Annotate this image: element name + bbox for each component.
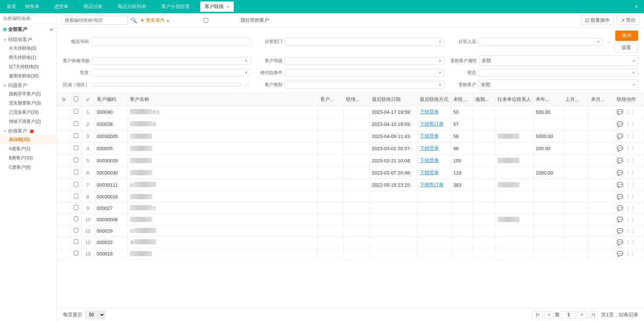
contact-icon[interactable]: 💬 (617, 109, 623, 115)
row-checkbox[interactable] (74, 182, 78, 187)
close-product-analysis-tab-icon[interactable]: × (106, 4, 108, 9)
reset-button[interactable]: 设置 (615, 42, 638, 53)
last-method-link[interactable]: 下销货单 (420, 109, 439, 114)
contact-icon[interactable]: 💬 (617, 205, 623, 211)
settings-icon[interactable]: ⚙ (61, 97, 66, 102)
sidebar-item-unclassified[interactable]: 未分组(32) (0, 135, 57, 144)
contact-icon[interactable]: 💬 (617, 182, 623, 188)
filter-nature-select[interactable]: ▼ (91, 69, 251, 77)
window-close-button[interactable]: × (632, 3, 641, 10)
region-more-button[interactable]: ··· (243, 82, 251, 88)
sidebar-item-tomorrow-pending[interactable]: 明天待联络(1) (0, 53, 57, 62)
filter-customer-type-select[interactable]: ▼ (285, 81, 444, 89)
sidebar-item-class-c[interactable]: C类客户(6) (0, 163, 57, 172)
row-checkbox-cell[interactable] (70, 202, 81, 214)
year-column-header[interactable]: 本年... (534, 93, 563, 106)
code-column-header[interactable]: 客户编码 (94, 93, 127, 106)
this-month-column-header[interactable]: 本月... (589, 93, 615, 106)
last-method-link[interactable]: 下销货单 (420, 170, 439, 175)
last-page-button[interactable]: >| (588, 311, 598, 318)
select-all-checkbox[interactable] (74, 96, 78, 101)
nav-tab-purchase[interactable]: 进货单 × (50, 1, 78, 12)
sidebar-item-declining[interactable]: 持续下滑客户(2) (0, 117, 57, 126)
close-sales-tab-icon[interactable]: × (42, 4, 45, 9)
sidebar-search-input[interactable] (3, 16, 57, 21)
more-action-icon[interactable]: ⋮⋮ (625, 170, 636, 176)
filter-status-select[interactable]: ▼ (478, 69, 638, 77)
row-checkbox[interactable] (74, 194, 78, 198)
row-checkbox[interactable] (74, 121, 78, 126)
row-checkbox-cell[interactable] (70, 237, 81, 248)
more-action-icon[interactable]: ⋮⋮ (625, 158, 636, 163)
last-method-column-header[interactable]: 最后联络方式 (418, 93, 451, 106)
filter-manager-select[interactable]: ▼ (478, 38, 603, 46)
search-input[interactable] (61, 16, 128, 25)
more-action-icon[interactable]: ⋮⋮ (625, 239, 636, 245)
sidebar-item-class-a[interactable]: A类客户(1) (0, 144, 57, 154)
row-checkbox-cell[interactable] (70, 214, 81, 225)
sidebar-all-customers-header[interactable]: ⊞ 全部客户 ≪ (0, 24, 57, 35)
row-checkbox-cell[interactable] (70, 248, 81, 260)
contact-icon[interactable]: 💬 (617, 145, 623, 151)
batch-operations-button[interactable]: ☑ 批量操作 (581, 15, 614, 25)
last-date-column-header[interactable]: 最后联络日期 (370, 93, 418, 106)
query-button[interactable]: 查询 (615, 31, 638, 41)
contact-icon[interactable]: 💬 (617, 121, 623, 127)
last-method-link[interactable]: 下销货单 (420, 145, 439, 151)
more-action-icon[interactable]: ⋮⋮ (625, 194, 636, 200)
more-action-icon[interactable]: ⋮⋮ (625, 216, 636, 222)
sidebar-group-pending-contact[interactable]: ▼ 待联络客户 (0, 35, 57, 44)
more-action-icon[interactable]: ⋮⋮ (625, 205, 636, 211)
sidebar-group-value-customers[interactable]: ▼ 价值客户 🔴 (0, 126, 57, 135)
row-checkbox-cell[interactable] (70, 225, 81, 237)
manager-more-button[interactable]: ··· (605, 39, 612, 45)
filter-search-icon[interactable]: 🔍 (131, 17, 137, 23)
nav-tab-sales[interactable]: 销售单 × (21, 1, 49, 12)
sidebar-item-class-b[interactable]: B类客户(33) (0, 154, 57, 163)
row-checkbox[interactable] (74, 145, 78, 150)
contact-icon[interactable]: 💬 (617, 239, 623, 245)
row-checkbox[interactable] (74, 251, 78, 255)
more-action-icon[interactable]: ⋮⋮ (625, 251, 636, 257)
person-column-header[interactable]: 往来单位联系人 (495, 93, 534, 106)
row-checkbox[interactable] (74, 239, 78, 244)
no-contact-column-header[interactable]: 未联... (451, 93, 473, 106)
sidebar-item-7day-pending[interactable]: 近7天待联络(0) (0, 62, 57, 71)
filter-region-select[interactable] (92, 83, 241, 87)
export-button[interactable]: ↗ 导出 (617, 15, 640, 25)
row-checkbox-cell[interactable] (70, 155, 81, 167)
row-checkbox[interactable] (74, 133, 78, 138)
sidebar-item-churn-warning[interactable]: 流失预警客户(3) (0, 99, 57, 108)
per-page-select[interactable]: 50 20 100 (85, 311, 105, 319)
row-checkbox-cell[interactable] (70, 118, 81, 130)
nav-tab-product-list[interactable]: 商品分析列表 × (113, 1, 156, 12)
type-column-header[interactable]: 客户... (318, 93, 344, 106)
close-customer-segment-tab-icon[interactable]: × (193, 4, 195, 9)
page-number-input[interactable] (561, 311, 576, 318)
prev-page-button[interactable]: < (544, 311, 553, 318)
filter-price-level-select[interactable]: ▼ (92, 57, 251, 65)
row-checkbox-cell[interactable] (70, 130, 81, 142)
row-checkbox-cell[interactable] (70, 167, 81, 179)
contact-icon[interactable]: 💬 (617, 133, 623, 139)
contact-icon[interactable]: 💬 (617, 158, 623, 163)
last-method-link[interactable]: 下销售订单 (420, 182, 444, 187)
contact-column-header[interactable]: 联络... (344, 93, 370, 106)
checkbox-column-header[interactable] (70, 93, 81, 106)
contact-icon[interactable]: 💬 (617, 216, 623, 222)
last-method-link[interactable]: 下销货单 (420, 133, 439, 139)
contact-icon[interactable]: 💬 (617, 170, 623, 176)
row-checkbox-cell[interactable] (70, 179, 81, 191)
my-customers-checkbox-input[interactable] (173, 18, 239, 23)
nav-tab-customer-segment[interactable]: 客户分层经客 × (157, 1, 200, 12)
more-action-icon[interactable]: ⋮⋮ (625, 109, 636, 115)
filter-scatter-attr-select[interactable]: 全部 ▼ (479, 56, 638, 66)
nav-tab-product-analysis[interactable]: 商品分析 × (79, 1, 112, 12)
filter-phone-input[interactable] (91, 37, 251, 46)
more-conditions-button[interactable]: ▼ 更多条件 ▲ (140, 17, 170, 24)
settings-column-header[interactable]: ⚙ (57, 93, 70, 106)
last-method-link[interactable]: 下销货单 (420, 158, 439, 163)
close-product-list-tab-icon[interactable]: × (149, 4, 151, 9)
sidebar-item-today-pending[interactable]: 今天待联络(0) (0, 44, 57, 53)
next-page-button[interactable]: > (577, 311, 587, 318)
